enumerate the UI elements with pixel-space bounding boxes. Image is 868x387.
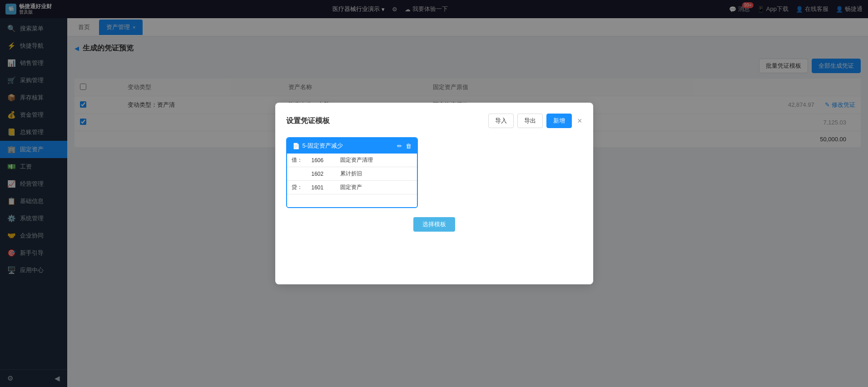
- export-button[interactable]: 导出: [517, 114, 543, 128]
- template-name: 5-固定资产减少: [303, 142, 343, 150]
- entry-credit: [404, 181, 417, 194]
- template-entry-row: 1602 累计折旧: [287, 167, 417, 181]
- entry-code: 1601: [307, 181, 336, 194]
- modal-action-bar: 导入 导出 新增: [488, 114, 572, 128]
- template-entry-row: 借： 1606 固定资产清理: [287, 154, 417, 167]
- import-button[interactable]: 导入: [488, 114, 514, 128]
- template-card: 📄 5-固定资产减少 ✏ 🗑: [286, 137, 418, 208]
- entry-code: 1602: [307, 167, 336, 181]
- empty-cell: [287, 194, 417, 207]
- content-area: 首页 资产管理 × ◀ 生成的凭证预览 批量凭证模板 全部生成凭证: [67, 18, 868, 387]
- main-area: 🔍 搜索菜单 ⚡ 快捷导航 📊 销售管理 🛒 采购管理 📦 库存核算: [0, 18, 868, 387]
- template-card-title: 📄 5-固定资产减少: [293, 142, 343, 150]
- select-template-button[interactable]: 选择模板: [413, 217, 455, 232]
- modal-header: 设置凭证模板 导入 导出 新增 ×: [286, 114, 582, 128]
- template-entry-row: 贷： 1601 固定资产: [287, 181, 417, 194]
- entry-subject: 固定资产: [336, 181, 392, 194]
- template-empty-row: [287, 194, 417, 207]
- entry-type: 贷：: [287, 181, 307, 194]
- template-delete-icon[interactable]: 🗑: [406, 143, 412, 149]
- modal-title: 设置凭证模板: [286, 116, 330, 126]
- entry-debit: [392, 154, 404, 167]
- template-edit-icon[interactable]: ✏: [397, 143, 402, 149]
- template-card-actions: ✏ 🗑: [397, 143, 412, 149]
- entry-type: 借：: [287, 154, 307, 167]
- modal-close-button[interactable]: ×: [577, 116, 582, 126]
- template-card-header: 📄 5-固定资产减少 ✏ 🗑: [287, 138, 417, 154]
- entry-subject: 累计折旧: [336, 167, 392, 181]
- select-template-area: 选择模板: [286, 217, 582, 232]
- template-doc-icon: 📄: [293, 143, 300, 149]
- modal-header-right: 导入 导出 新增 ×: [488, 114, 582, 128]
- new-button[interactable]: 新增: [546, 114, 572, 128]
- modal-overlay[interactable]: 设置凭证模板 导入 导出 新增 ×: [67, 18, 868, 387]
- modal-dialog: 设置凭证模板 导入 导出 新增 ×: [275, 103, 593, 284]
- entry-subject: 固定资产清理: [336, 154, 392, 167]
- entry-credit: [404, 154, 417, 167]
- entry-code: 1606: [307, 154, 336, 167]
- template-entries-table: 借： 1606 固定资产清理 1602: [287, 154, 417, 207]
- modal-body: 📄 5-固定资产减少 ✏ 🗑: [286, 137, 582, 232]
- entry-debit: [392, 181, 404, 194]
- entry-debit: [392, 167, 404, 181]
- entry-type: [287, 167, 307, 181]
- entry-credit: [404, 167, 417, 181]
- template-card-body: 借： 1606 固定资产清理 1602: [287, 154, 417, 207]
